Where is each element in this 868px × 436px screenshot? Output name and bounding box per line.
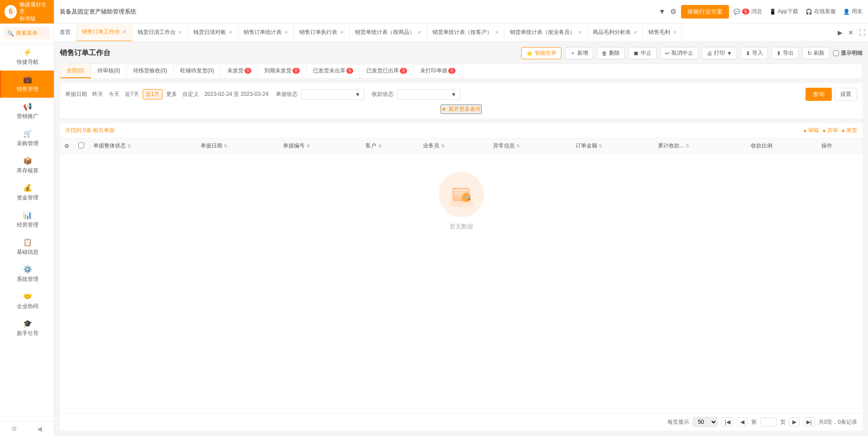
add-button[interactable]: ＋ 新增 [565,47,593,59]
tab-close-all-button[interactable]: ✕ [845,24,856,42]
sort-staff-icon[interactable]: ⇅ [441,143,445,148]
expand-button[interactable]: ▼ 展开更多条件 [441,104,482,114]
filter-tab-not-shipped[interactable]: 未发货0 [221,64,259,78]
app-download-button[interactable]: 📱 App下载 [769,8,798,15]
sort-collected-icon[interactable]: ⇅ [686,143,689,148]
sort-date-icon[interactable]: ⇅ [224,143,227,148]
sidebar-item-enterprise[interactable]: 🤝 企业协同 [0,288,54,315]
sidebar-item-business[interactable]: 📊 经营管理 [0,206,54,233]
th-amount: 订单金额 ⇅ [571,138,653,154]
filter-tab-all[interactable]: 全部(0) [60,64,91,78]
sidebar-item-marketing[interactable]: 📢 营销推广 [0,98,54,125]
online-service-button[interactable]: 🎧 在线客服 [806,8,836,15]
notification-button[interactable]: 💬 6 消息 [734,8,762,15]
tab-sales-exec[interactable]: 销售订单执行表 ✕ [294,24,350,42]
header-gear-icon[interactable]: ⚙ [670,7,676,16]
shortcut-yesterday[interactable]: 昨天 [91,90,105,99]
tab-home[interactable]: 首页 [54,24,77,42]
review-action-button[interactable]: ● 审核 [803,127,819,134]
sidebar-item-quick-nav[interactable]: ⚡ 快捷导航 [0,43,54,71]
th-status: 单据整体状态 ⇅ [89,138,196,154]
next-page-button[interactable]: ▶ [789,417,800,427]
tab-sales-single-by-staff[interactable]: 销货单统计表（按业务员） ✕ [504,24,587,42]
show-detail-checkbox[interactable] [833,50,839,56]
tab-close-cash-reconcile[interactable]: ✕ [229,30,232,35]
status-select[interactable]: ▼ [301,89,364,100]
unreviewed-action-button[interactable]: ● 弃审 [823,127,838,134]
tab-close-by-product[interactable]: ✕ [417,30,421,35]
tab-close-sales-stats[interactable]: ✕ [284,30,288,35]
tab-sales-profit[interactable]: 销售毛利 ✕ [643,24,682,42]
tab-close-sales-exec[interactable]: ✕ [340,30,344,35]
export-button[interactable]: ⬆ 导出 [772,47,799,59]
shortcut-1month[interactable]: 近1月 [143,89,163,100]
date-range-display: 2023-02-24 至 2023-03-24 [204,90,268,98]
tab-sales-workbench[interactable]: 销售订单工作台 ✕ [77,24,132,42]
delete-button[interactable]: 🗑 删除 [597,47,625,59]
tab-fullscreen-button[interactable]: ⛶ [856,24,868,42]
stop-button[interactable]: ⏹ 中止 [628,47,657,59]
tab-product-profit[interactable]: 商品毛利分析表 ✕ [587,24,643,42]
sidebar-item-guide[interactable]: 🎓 新手引导 [0,315,54,342]
filter-tab-pending-review[interactable]: 待审核(0) [91,64,127,78]
filter-tab-shipped-out[interactable]: 已发货已出库0 [360,64,414,78]
tab-close-sales-workbench[interactable]: ✕ [123,29,126,34]
header-settings-icon[interactable]: ▼ [658,8,666,16]
print-dropdown-icon: ▼ [727,50,732,57]
filter-tab-wangpu[interactable]: 旺铺待发货(0) [174,64,221,78]
tab-close-sales-profit[interactable]: ✕ [673,30,676,35]
tab-close-product-profit[interactable]: ✕ [633,30,637,35]
sort-customer-icon[interactable]: ⇅ [378,143,382,148]
sidebar-settings-button[interactable]: ⚙ [4,425,25,432]
shortcut-7days[interactable]: 近7天 [123,90,141,99]
tab-sales-single-by-customer[interactable]: 销货单统计表（按客户） ✕ [427,24,504,42]
shortcut-today[interactable]: 今天 [107,90,121,99]
sidebar-item-system[interactable]: ⚙️ 系统管理 [0,261,54,288]
sort-amount-icon[interactable]: ⇅ [599,143,602,148]
solution-button[interactable]: 体验行业方案 [681,5,729,19]
tab-more-button[interactable]: ▶ [835,24,845,42]
page-size-select[interactable]: 50 100 200 [693,417,718,427]
search-right: 查询 设置 [806,88,857,101]
search-menu-button[interactable]: 🔍 搜索菜单 [4,27,50,39]
sort-number-icon[interactable]: ⇅ [307,143,310,148]
sort-abnormal-icon[interactable]: ⇅ [516,143,520,148]
prev-page-button[interactable]: ◀ [737,417,748,427]
sidebar-item-finance[interactable]: 💰 资金管理 [0,179,54,206]
sidebar-item-purchase[interactable]: 🛒 采购管理 [0,125,54,152]
page-input[interactable]: 1 [760,417,777,427]
setting-button[interactable]: 设置 [834,88,857,101]
cancel-stop-button[interactable]: ↩ 取消中止 [660,47,698,59]
sidebar-item-basic[interactable]: 📋 基础信息 [0,233,54,261]
filter-tab-overdue[interactable]: 到期未发货0 [258,64,307,78]
tab-close-by-staff[interactable]: ✕ [578,30,581,35]
first-page-button[interactable]: |◀ [721,417,733,427]
tab-close-cash-daily[interactable]: ✕ [178,30,182,35]
last-page-button[interactable]: ▶| [803,417,815,427]
sidebar-collapse-button[interactable]: ◀ [29,425,51,432]
ship-action-button[interactable]: ● 发货 [842,127,857,134]
user-button[interactable]: 👤 用友 [843,8,863,15]
query-button[interactable]: 查询 [806,88,832,101]
sidebar-item-sales[interactable]: 💼 销售管理 [0,71,54,98]
sidebar-item-inventory[interactable]: 📦 库存核算 [0,152,54,179]
import-button[interactable]: ⬇ 导入 [741,47,768,59]
tab-sales-stats[interactable]: 销售订单统计表 ✕ [238,24,294,42]
tab-close-by-customer[interactable]: ✕ [495,30,499,35]
print-button[interactable]: 🖨 打印 ▼ [702,47,737,59]
shortcut-custom[interactable]: 自定义 [181,90,201,99]
smart-order-button[interactable]: ⭐ 智能生单 [521,47,561,59]
filter-tab-pending-inspect[interactable]: 待拣货验收(0) [127,64,174,78]
tab-sales-single-by-product[interactable]: 销货单统计表（按商品） ✕ [350,24,427,42]
filter-tab-not-printed[interactable]: 未打印单据0 [414,64,462,78]
column-settings-icon[interactable]: ⚙ [64,143,69,149]
filter-tab-shipped-not-out[interactable]: 已发货未出库0 [307,64,360,78]
refresh-button[interactable]: ↻ 刷新 [802,47,830,59]
show-detail-label[interactable]: 显示明细 [833,49,863,57]
select-all-checkbox[interactable] [78,142,84,148]
tab-cash-reconcile[interactable]: 钱货日清对账 ✕ [188,24,238,42]
shortcut-more[interactable]: 更多 [164,90,179,99]
sort-status-icon[interactable]: ⇅ [127,143,131,148]
tab-cash-daily[interactable]: 钱货日清工作台 ✕ [132,24,188,42]
payment-select[interactable]: ▼ [397,89,460,100]
